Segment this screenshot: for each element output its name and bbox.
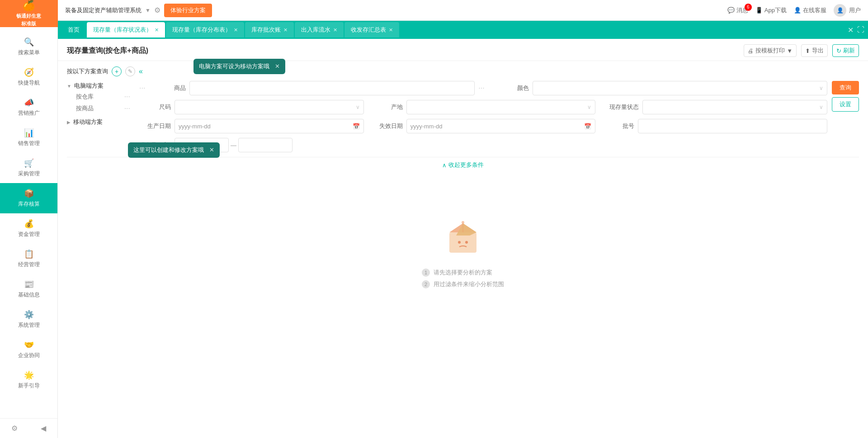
stock-to-input[interactable] bbox=[238, 138, 292, 152]
print-button[interactable]: 🖨 按模板打印 ▼ bbox=[744, 44, 797, 57]
tip-num-2: 2 bbox=[422, 280, 430, 288]
produce-date-input[interactable]: yyyy-mm-dd 📅 bbox=[175, 119, 364, 133]
add-scheme-button[interactable]: + bbox=[112, 66, 122, 76]
user-menu[interactable]: 👤 用户 bbox=[834, 4, 861, 17]
sidebar-item-operation[interactable]: 📋 经营管理 bbox=[0, 244, 57, 274]
tab-batch[interactable]: 库存批次账 ✕ bbox=[245, 22, 294, 38]
close-all-tabs-button[interactable]: ✕ bbox=[848, 26, 854, 34]
product-more-icon[interactable]: ··· bbox=[478, 84, 484, 92]
status-label: 现存量状态 bbox=[603, 103, 639, 111]
edit-tooltip-text: 这里可以创建和修改方案哦 bbox=[133, 146, 204, 153]
settings-button[interactable]: ⚙ bbox=[11, 424, 18, 433]
top-header: 装备及固定资产辅助管理系统 ▼ ⚙ 体验行业方案 💬 消息 6 📱 App下载 … bbox=[58, 0, 868, 21]
edit-tooltip-close[interactable]: ✕ bbox=[209, 146, 214, 153]
filter-field-color: 颜色 ∨ bbox=[497, 81, 827, 95]
chevron-down-icon: ▼ bbox=[67, 84, 71, 89]
row1-more-icon[interactable]: ··· bbox=[139, 84, 145, 92]
status-input[interactable]: ∨ bbox=[642, 100, 827, 114]
sidebar-nav: 🔍 搜索菜单 🧭 快捷导航 📣 营销推广 📊 销售管理 🛒 采购管理 📦 库存核… bbox=[0, 27, 57, 418]
export-label: 导出 bbox=[812, 47, 824, 55]
color-input[interactable]: ∨ bbox=[533, 81, 827, 95]
sidebar-item-search[interactable]: 🔍 搜索菜单 bbox=[0, 32, 57, 62]
trial-button[interactable]: 体验行业方案 bbox=[164, 4, 212, 17]
calendar-icon[interactable]: 📅 bbox=[584, 123, 591, 130]
sidebar-item-guide[interactable]: 🌟 新手引导 bbox=[0, 365, 57, 395]
sidebar-item-finance[interactable]: 💰 资金管理 bbox=[0, 213, 57, 244]
sidebar-item-basic[interactable]: 📰 基础信息 bbox=[0, 274, 57, 304]
pc-tooltip-close[interactable]: ✕ bbox=[275, 63, 280, 70]
tab-close-inventory-status[interactable]: ✕ bbox=[155, 27, 159, 33]
product-label: 商品 bbox=[154, 84, 186, 92]
collapse-bar[interactable]: ∧ 收起更多条件 bbox=[67, 157, 859, 173]
tip-text-1: 请先选择要分析的方案 bbox=[434, 268, 492, 277]
empty-tip-1: 1 请先选择要分析的方案 bbox=[422, 268, 504, 277]
prev-scheme-button[interactable]: « bbox=[139, 67, 143, 75]
size-input[interactable]: ∨ bbox=[175, 100, 364, 114]
chevron-down-icon: ∨ bbox=[356, 104, 360, 110]
sidebar-item-enterprise[interactable]: 🤝 企业协同 bbox=[0, 334, 57, 365]
tab-inout[interactable]: 出入库流水 ✕ bbox=[295, 22, 344, 38]
sidebar-item-sales[interactable]: 📊 销售管理 bbox=[0, 122, 57, 153]
origin-input[interactable]: ∨ bbox=[406, 100, 596, 114]
print-label: 按模板打印 bbox=[755, 47, 785, 55]
message-button[interactable]: 💬 消息 6 bbox=[727, 6, 748, 14]
chevron-down-icon: ∨ bbox=[587, 104, 591, 110]
filter-field-origin: 产地 ∨ bbox=[371, 100, 596, 114]
tip-num-1: 1 bbox=[422, 268, 430, 277]
tab-collect[interactable]: 收发存汇总表 ✕ bbox=[344, 22, 399, 38]
edit-scheme-button[interactable]: ✎ bbox=[125, 66, 135, 76]
sidebar-item-nav[interactable]: 🧭 快捷导航 bbox=[0, 62, 57, 92]
phone-icon: 📱 bbox=[755, 7, 763, 14]
collapse-sidebar-button[interactable]: ◀ bbox=[41, 424, 46, 433]
tab-close-collect[interactable]: ✕ bbox=[389, 27, 393, 33]
logo-icon: 🍊 bbox=[23, 0, 35, 12]
svg-point-6 bbox=[462, 221, 464, 224]
page-title-bar: 现存量查询(按仓库+商品) 🖨 按模板打印 ▼ ⬆ 导出 ↻ 刷新 bbox=[58, 39, 868, 61]
set-button[interactable]: 设置 bbox=[832, 97, 859, 112]
fullscreen-button[interactable]: ⛶ bbox=[857, 26, 864, 34]
sidebar-item-inventory[interactable]: 📦 库存核算 bbox=[0, 183, 57, 213]
sidebar-item-label: 新手引导 bbox=[18, 382, 40, 390]
home-tab-label: 首页 bbox=[68, 26, 80, 34]
sidebar-item-label: 搜索菜单 bbox=[18, 49, 40, 57]
sidebar-item-marketing[interactable]: 📣 营销推广 bbox=[0, 92, 57, 122]
page-title: 现存量查询(按仓库+商品) bbox=[67, 46, 148, 56]
scheme-item-warehouse[interactable]: 按仓库 ··· bbox=[67, 91, 139, 103]
scheme-item-product[interactable]: 按商品 ··· bbox=[67, 103, 139, 114]
export-button[interactable]: ⬆ 导出 bbox=[801, 44, 828, 57]
scheme-item-more-icon[interactable]: ··· bbox=[124, 93, 130, 101]
scheme-item-more-icon[interactable]: ··· bbox=[124, 104, 130, 113]
online-service-button[interactable]: 👤 在线客服 bbox=[794, 6, 826, 14]
filter-label: 按以下方案查询 bbox=[67, 67, 108, 75]
tab-close-inventory-dist[interactable]: ✕ bbox=[234, 27, 238, 33]
tab-close-inout[interactable]: ✕ bbox=[333, 27, 337, 33]
system-selector[interactable]: ▼ bbox=[145, 7, 151, 14]
batch-input[interactable] bbox=[638, 119, 827, 133]
logo-version: 标准版 bbox=[21, 20, 36, 27]
tab-inventory-dist[interactable]: 现存量（库存分布表） ✕ bbox=[166, 22, 244, 38]
filter-field-status: 现存量状态 ∨ bbox=[603, 100, 827, 114]
produce-date-placeholder: yyyy-mm-dd bbox=[179, 123, 211, 130]
tab-inventory-status[interactable]: 现存量（库存状况表） ✕ bbox=[87, 22, 165, 38]
sidebar-item-purchase[interactable]: 🛒 采购管理 bbox=[0, 153, 57, 183]
chevron-right-icon: ▶ bbox=[67, 120, 71, 125]
tab-close-batch[interactable]: ✕ bbox=[283, 27, 288, 33]
app-download-button[interactable]: 📱 App下载 bbox=[755, 6, 787, 14]
app-label: App下载 bbox=[764, 6, 787, 14]
tab-home[interactable]: 首页 bbox=[61, 22, 86, 38]
expire-date-input[interactable]: yyyy-mm-dd 📅 bbox=[406, 119, 596, 133]
scheme-group-mobile-header[interactable]: ▶ 移动端方案 bbox=[67, 117, 139, 127]
marketing-icon: 📣 bbox=[24, 98, 34, 108]
empty-tip-2: 2 用过滤条件来缩小分析范围 bbox=[422, 280, 504, 288]
scheme-group-pc-header[interactable]: ▼ 电脑端方案 bbox=[67, 81, 139, 91]
size-label: 尺码 bbox=[139, 103, 171, 111]
calendar-icon[interactable]: 📅 bbox=[353, 123, 360, 130]
main-content: 装备及固定资产辅助管理系统 ▼ ⚙ 体验行业方案 💬 消息 6 📱 App下载 … bbox=[58, 0, 868, 438]
refresh-button[interactable]: ↻ 刷新 bbox=[832, 44, 859, 57]
sidebar-item-system[interactable]: ⚙️ 系统管理 bbox=[0, 304, 57, 334]
system-icon: ⚙️ bbox=[24, 310, 34, 320]
product-input[interactable] bbox=[189, 81, 475, 95]
search-button[interactable]: 查询 bbox=[832, 81, 859, 94]
filter-row-1: ··· 商品 ··· 颜色 ∨ bbox=[139, 81, 827, 95]
settings-icon[interactable]: ⚙ bbox=[154, 6, 160, 14]
